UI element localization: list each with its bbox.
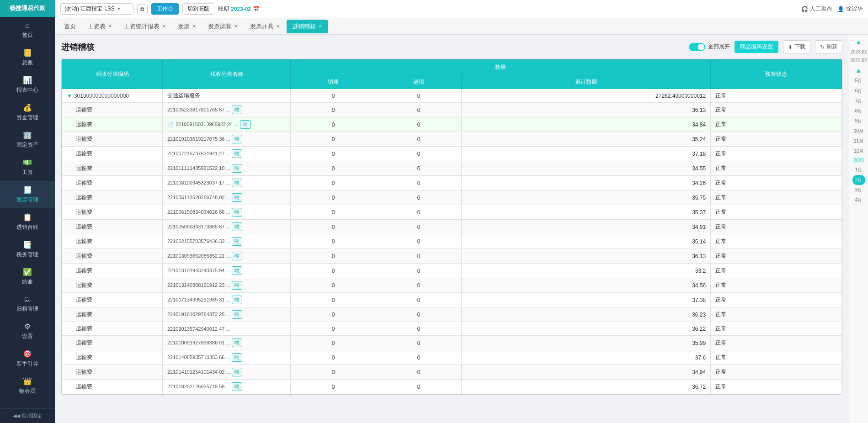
cell-cumulative: 33.2 [462,264,711,278]
download-icon: ⬇ [788,44,793,50]
timeline-month-11月[interactable]: 11月 [849,136,868,146]
cell-tag: 📄221009150313965922 24 ... 吨 [163,117,291,132]
sidebar-item-ledger[interactable]: 📒总账 [0,44,55,71]
refresh-button[interactable]: ↻ 刷新 [815,40,842,53]
timeline-scroll-up[interactable]: ▲ [854,65,864,76]
support-button[interactable]: 🎧 人工咨询 [801,5,832,13]
timeline-month-6月[interactable]: 6月 [849,86,868,96]
sidebar-item-asset[interactable]: 🏢固定资产 [0,126,55,153]
tab-进销稽核[interactable]: 进销稽核✕ [287,20,328,33]
table-row: 运输费 221007134905231969 31 ... 吨 0 0 37.3… [62,293,842,307]
expand-icon[interactable]: ▼ [67,93,72,99]
timeline-month-9月[interactable]: 9月 [849,116,868,126]
timeline-month-8月[interactable]: 8月 [849,106,868,116]
cell-cumulative: 36.22 [462,322,711,336]
download-button[interactable]: ⬇ 下载 [783,40,810,53]
th-quantity: 数量 [291,60,711,75]
main-area: (勿动) 江西报宝-LSS ▼ ⧉ 工作台 切到旧版 账期 2023-02 📅 … [55,0,868,423]
cell-cumulative: 34.84 [462,117,711,132]
user-name: 徐涩华 [846,5,863,13]
copy-button[interactable]: ⧉ [137,4,148,14]
cell-purchase: 0 [376,336,462,350]
user-profile[interactable]: 👤 徐涩华 [837,5,863,13]
sidebar-item-guide[interactable]: 🎯新手引导 [0,345,55,372]
cell-sale: 0 [291,176,376,190]
sidebar-item-report[interactable]: 📊报表中心 [0,71,55,99]
tab-发票开具[interactable]: 发票开具✕ [245,20,286,33]
settings-button[interactable]: 商品编码设置 [735,41,778,53]
calendar-icon[interactable]: 📅 [253,6,260,12]
unit-tag: 吨 [232,338,242,347]
tab-工资统计报表[interactable]: 工资统计报表✕ [118,20,171,33]
timeline-month-12月[interactable]: 12月 [849,146,868,156]
tab-close-icon[interactable]: ✕ [162,23,166,29]
tab-发票[interactable]: 发票✕ [172,20,202,33]
tab-工资表[interactable]: 工资表✕ [82,20,117,33]
sidebar-label-fund: 资金管理 [16,114,38,122]
cell-tag: 221011111435921522 10 ... 吨 [163,161,291,176]
cell-cumulative: 36.13 [462,249,711,264]
support-label: 人工咨询 [810,5,832,13]
app-name: 畅捷通易代账 [10,5,45,11]
cell-tag: 221007215737621941 27 ... 吨 [163,147,291,161]
timeline-month-2月[interactable]: 2月 [852,175,865,185]
sidebar-label-guide: 新手引导 [16,360,38,368]
org-selector[interactable]: (勿动) 江西报宝-LSS ▼ [60,3,133,15]
tab-close-icon[interactable]: ✕ [318,23,322,29]
sidebar-item-member[interactable]: 👑畅会员 [0,372,55,400]
cell-name: 运输费 [62,190,163,205]
expand-toggle-label: 全部展开 [708,43,730,51]
switch-version-button[interactable]: 切到旧版 [182,3,214,15]
cell-sale: 0 [291,336,376,350]
sidebar: 畅捷通易代账 ⌂首页📒总账📊报表中心💰资金管理🏢固定资产💵工资🧾发票管理📋进销台… [0,0,55,423]
cell-tag: 221014191254101434 02 ... 吨 [163,365,291,380]
cell-purchase: 0 [376,190,462,205]
header-actions: 全部展开 商品编码设置 ⬇ 下载 ↻ 刷新 [689,40,842,53]
timeline-month-4月[interactable]: 4月 [849,195,868,205]
workbench-button[interactable]: 工作台 [151,3,179,15]
tab-label: 工资统计报表 [124,22,160,31]
tab-发票测算[interactable]: 发票测算✕ [202,20,244,33]
expand-toggle[interactable] [689,43,705,51]
sidebar-label-ledger: 总账 [22,59,33,67]
unpin-button[interactable]: ◀◀ 取消固定 [0,408,55,423]
sidebar-item-tax[interactable]: 📑税务管理 [0,236,55,263]
sidebar-icon-guide: 🎯 [23,349,32,358]
cell-status: 正常 [711,220,842,234]
timeline-month-3月[interactable]: 3月 [849,185,868,195]
th-status: 预警状态 [711,60,842,89]
tab-首页[interactable]: 首页 [59,20,81,33]
th-cumulative: 累计数额 [462,75,711,89]
sidebar-label-invoice: 发票管理 [16,196,38,204]
tab-close-icon[interactable]: ✕ [234,23,238,29]
timeline-month-1月[interactable]: 1月 [849,165,868,175]
sidebar-item-invoice[interactable]: 🧾发票管理 [0,181,55,208]
sidebar-icon-archive: 🗂 [24,295,31,303]
cell-cumulative: 35.99 [462,336,711,350]
org-name: (勿动) 江西报宝-LSS [64,5,115,13]
cell-purchase: 0 [376,264,462,278]
th-purchase: 进项 [376,75,462,89]
tab-close-icon[interactable]: ✕ [108,23,112,29]
topbar: (勿动) 江西报宝-LSS ▼ ⧉ 工作台 切到旧版 账期 2023-02 📅 … [55,0,868,18]
table-row: 运输费 221006150834034026 88 ... 吨 0 0 35.3… [62,205,842,220]
cell-tag: 221019161029764373 25 ... 吨 [163,307,291,322]
sidebar-item-sales[interactable]: 📋进销台账 [0,208,55,236]
cell-tag: 221006150834034026 88 ... 吨 [163,205,291,220]
sidebar-item-salary[interactable]: 💵工资 [0,153,55,181]
timeline-month-7月[interactable]: 7月 [849,96,868,106]
sidebar-item-fund[interactable]: 💰资金管理 [0,99,55,126]
timeline-month-10月[interactable]: 10月 [849,126,868,136]
sidebar-item-settings[interactable]: ⚙设置 [0,317,55,345]
unit-tag: 吨 [232,296,242,304]
timeline-up-arrow[interactable]: ▲ [854,37,864,48]
tab-close-icon[interactable]: ✕ [276,23,280,29]
sidebar-item-home[interactable]: ⌂首页 [0,17,55,44]
sidebar-item-archive[interactable]: 🗂归档管理 [0,291,55,317]
timeline-month-5月[interactable]: 5月 [849,76,868,86]
sidebar-item-settle[interactable]: ✅结账 [0,263,55,291]
cell-cumulative: 37.38 [462,293,711,307]
headset-icon: 🎧 [801,6,808,12]
tab-close-icon[interactable]: ✕ [192,23,196,29]
cell-purchase: 0 [376,249,462,264]
